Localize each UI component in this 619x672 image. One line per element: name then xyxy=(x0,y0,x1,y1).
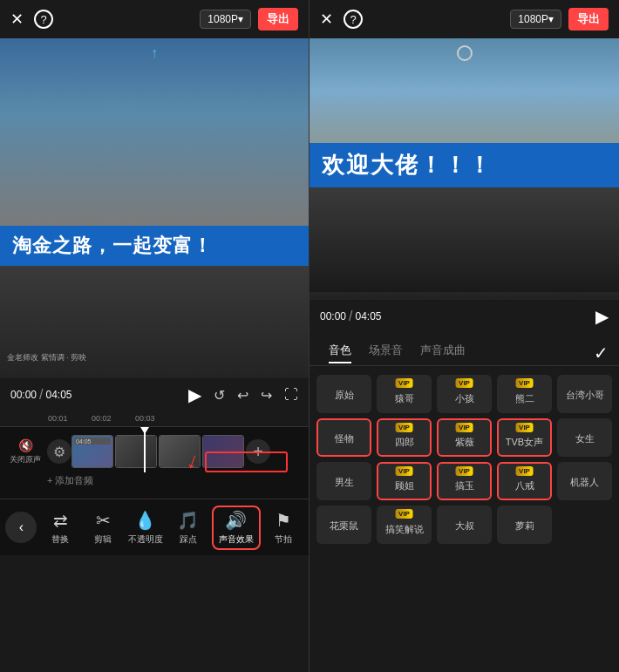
voice-cell-gujie[interactable]: VIP 顾姐 xyxy=(377,462,432,500)
tab-tone[interactable]: 音色 xyxy=(320,343,360,363)
cursor-indicator: ↑ xyxy=(151,45,158,61)
right-time-controls: 00:00 / 04:05 ▶ xyxy=(310,300,619,333)
track-thumb-1: 04:05 xyxy=(71,435,113,468)
tool-replace[interactable]: ⇄ 替换 xyxy=(41,510,79,546)
tab-scene[interactable]: 场景音 xyxy=(360,343,412,363)
audio-confirm-icon[interactable]: ✓ xyxy=(594,343,609,363)
voice-cell-tvb[interactable]: VIP TVB女声 xyxy=(497,418,552,457)
voice-cell-taiwan[interactable]: 台湾小哥 xyxy=(557,375,612,413)
voice-name-bajie: 八戒 xyxy=(515,479,534,492)
tool-rhythm[interactable]: ⚑ 节拍 xyxy=(264,510,303,546)
voice-cell-bear2[interactable]: VIP 熊二 xyxy=(497,375,552,413)
voice-name-chipmunk: 花栗鼠 xyxy=(330,519,358,533)
voice-cell-chipmunk[interactable]: 花栗鼠 xyxy=(316,506,371,544)
opacity-label: 不透明度 xyxy=(128,533,163,546)
right-control-icons: ▶ xyxy=(595,306,609,327)
right-close-icon[interactable]: ✕ xyxy=(320,10,333,29)
back-button[interactable]: ‹ xyxy=(5,512,37,543)
mute-icon: 🔇 xyxy=(18,438,33,452)
vip-badge: VIP xyxy=(455,466,473,476)
left-subtitle-banner: 淘金之路，一起变富！ xyxy=(0,226,309,266)
left-close-icon[interactable]: ✕ xyxy=(10,10,24,29)
left-top-controls: 1080P▾ 导出 xyxy=(200,8,298,31)
voice-cell-male[interactable]: 男生 xyxy=(316,462,371,500)
rhythm-icon: ⚑ xyxy=(275,510,291,531)
left-video-bg: ↑ 淘金之路，一起变富！ 金老师改 紫情调 · 剪映 xyxy=(0,38,309,378)
vip-badge: VIP xyxy=(515,423,534,432)
voice-cell-loli[interactable]: 萝莉 xyxy=(497,506,552,544)
voice-cell-silang[interactable]: VIP 四郎 xyxy=(377,418,432,457)
tool-opacity[interactable]: 💧 不透明度 xyxy=(126,510,165,546)
left-video-preview: ↑ 淘金之路，一起变富！ 金老师改 紫情调 · 剪映 xyxy=(0,38,309,378)
playhead xyxy=(144,427,146,472)
left-time-total: 04:05 xyxy=(45,389,71,401)
right-time-total: 04:05 xyxy=(355,310,381,322)
cut-icon: ✂ xyxy=(96,510,111,531)
right-play-btn[interactable]: ▶ xyxy=(595,306,609,327)
left-watermark: 金老师改 紫情调 · 剪映 xyxy=(7,352,86,363)
tab-compose[interactable]: 声音成曲 xyxy=(412,343,474,363)
vip-badge: VIP xyxy=(515,378,534,388)
left-timeline: 00:01 00:02 00:03 🔇 关闭原声 ⚙ 04:05 xyxy=(0,411,309,499)
voice-cell-monster[interactable]: 怪物 xyxy=(316,418,371,457)
right-top-controls: 1080P▾ 导出 xyxy=(510,8,609,31)
voice-name-ziwei: 紫薇 xyxy=(455,436,474,449)
tool-cut[interactable]: ✂ 剪辑 xyxy=(84,510,122,546)
voice-cell-funny[interactable]: VIP 搞笑解说 xyxy=(377,506,432,544)
voice-grid: 原始 VIP 猿哥 VIP 小孩 VIP 熊二 台湾小哥 怪物 VIP xyxy=(310,366,619,672)
voice-cell-female[interactable]: 女生 xyxy=(557,418,612,457)
voice-cell-uncle[interactable]: 大叔 xyxy=(437,506,492,544)
voice-name-robot: 机器人 xyxy=(570,476,599,489)
voice-effect-icon: 🔊 xyxy=(225,510,247,531)
left-top-icons: ✕ ? xyxy=(10,10,53,29)
left-export-btn[interactable]: 导出 xyxy=(258,8,298,31)
left-control-icons: ▶ ↺ ↩ ↪ ⛶ xyxy=(188,384,298,405)
add-audio-label: + 添加音频 xyxy=(47,474,93,487)
add-audio-bar[interactable]: + 添加音频 xyxy=(0,474,309,487)
beat-label: 踩点 xyxy=(180,533,197,546)
ruler-mark-2: 00:02 xyxy=(92,414,135,424)
voice-cell-bajie[interactable]: VIP 八戒 xyxy=(497,462,552,500)
left-play-btn[interactable]: ▶ xyxy=(188,384,201,405)
left-resolution-btn[interactable]: 1080P▾ xyxy=(200,10,251,29)
right-video-bg: 欢迎大佬！！！ xyxy=(310,38,619,300)
vip-badge: VIP xyxy=(455,423,473,432)
left-undo-icon[interactable]: ↩ xyxy=(237,387,248,404)
voice-cell-child[interactable]: VIP 小孩 xyxy=(437,375,492,413)
right-cursor-indicator xyxy=(457,45,473,61)
voice-cell-yuange[interactable]: VIP 猿哥 xyxy=(377,375,432,413)
track-label-text: 关闭原声 xyxy=(10,454,41,465)
right-help-icon[interactable]: ? xyxy=(344,10,363,29)
vip-badge: VIP xyxy=(395,466,413,476)
replace-icon: ⇄ xyxy=(53,510,68,531)
voice-cell-robot[interactable]: 机器人 xyxy=(557,462,612,500)
voice-name-child: 小孩 xyxy=(455,392,474,405)
voice-cell-ziwei[interactable]: VIP 紫薇 xyxy=(437,418,492,457)
tool-beat[interactable]: 🎵 踩点 xyxy=(169,510,207,546)
voice-name-uncle: 大叔 xyxy=(455,519,474,533)
voice-name-bear2: 熊二 xyxy=(515,392,534,405)
voice-cell-original[interactable]: 原始 xyxy=(316,375,371,413)
vip-badge: VIP xyxy=(515,466,534,476)
track-settings-btn[interactable]: ⚙ xyxy=(47,439,71,464)
voice-name-taiwan: 台湾小哥 xyxy=(566,389,604,402)
opacity-icon: 💧 xyxy=(134,510,156,531)
left-fullscreen-icon[interactable]: ⛶ xyxy=(284,387,298,403)
audio-tabs: 音色 场景音 声音成曲 ✓ xyxy=(310,333,619,366)
right-time-current: 00:00 xyxy=(320,310,346,322)
right-subtitle-banner: 欢迎大佬！！！ xyxy=(310,143,619,187)
voice-effect-label: 声音效果 xyxy=(219,533,254,546)
left-panel: ✕ ? 1080P▾ 导出 ↑ 淘金之路，一起变富！ 金老师改 紫情调 · 剪映… xyxy=(0,0,310,672)
voice-name-funny: 搞笑解说 xyxy=(385,523,424,536)
voice-cell-gaoyu[interactable]: VIP 搞玉 xyxy=(437,462,492,500)
left-redo-icon[interactable]: ↪ xyxy=(261,387,272,404)
tool-voice-effect[interactable]: 🔊 声音效果 xyxy=(212,506,261,550)
track-thumb-2 xyxy=(115,435,157,468)
left-help-icon[interactable]: ? xyxy=(34,10,53,29)
right-resolution-btn[interactable]: 1080P▾ xyxy=(510,10,561,29)
left-bottom-toolbar: ‹ ⇄ 替换 ✂ 剪辑 💧 不透明度 🎵 踩点 🔊 声音效果 ⚑ 节拍 xyxy=(0,499,309,555)
right-top-icons: ✕ ? xyxy=(320,10,363,29)
left-rotate-icon[interactable]: ↺ xyxy=(214,387,225,404)
replace-label: 替换 xyxy=(51,533,69,546)
right-export-btn[interactable]: 导出 xyxy=(568,8,609,31)
